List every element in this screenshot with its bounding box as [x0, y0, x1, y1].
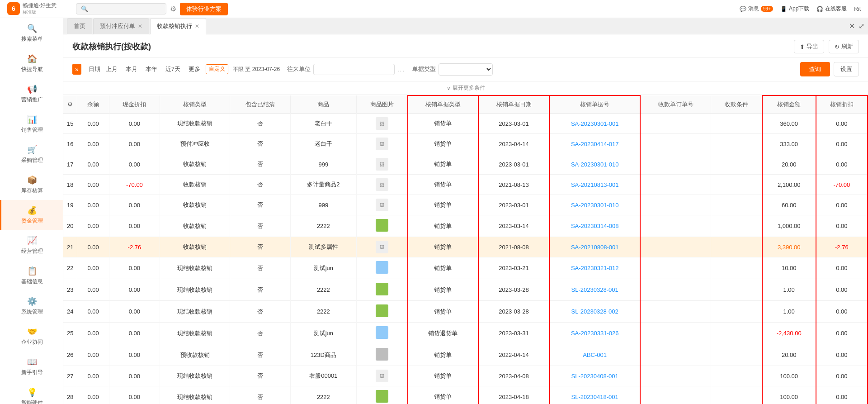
- industry-btn[interactable]: 体验行业方案: [180, 3, 228, 15]
- td-cancel-bill-no[interactable]: SA-20210808-001: [549, 237, 641, 257]
- td-cancel-amount: 333.00: [762, 134, 816, 154]
- sidebar-item-hardware[interactable]: 💡 智能硬件: [0, 382, 63, 404]
- td-include-settled: 否: [230, 175, 291, 195]
- td-cancel-bill-no[interactable]: SA-20230301-001: [549, 114, 641, 134]
- td-cancel-bill-no[interactable]: SA-20210813-001: [549, 175, 641, 195]
- table-row: 17 0.00 0.00 收款核销 否 999 🖼 销货单 2023-03-01…: [63, 154, 868, 175]
- td-cancel-bill-type: 销货单: [408, 215, 479, 237]
- sidebar-label-guide: 新手引导: [21, 369, 43, 376]
- date-opt-this-year[interactable]: 本年: [143, 64, 160, 74]
- settings-btn[interactable]: 设置: [834, 62, 859, 76]
- td-cancel-bill-date: 2023-03-21: [478, 257, 549, 279]
- sidebar-item-search[interactable]: 🔍 搜索菜单: [0, 18, 63, 48]
- table-header-row: ⚙ 余额 现金折扣 核销类型 包含已结清 商品 商品图片 核销单据类型 核销单据…: [63, 95, 868, 114]
- sidebar-item-collab[interactable]: 🤝 企业协同: [0, 321, 63, 352]
- td-cancel-discount: 0.00: [816, 344, 868, 366]
- td-cash-discount: 0.00: [109, 215, 160, 237]
- td-cancel-bill-no[interactable]: SL-20230328-002: [549, 301, 641, 323]
- td-cancel-bill-no[interactable]: SL-20230418-001: [549, 386, 641, 404]
- td-cancel-bill-no[interactable]: SA-20230414-017: [549, 134, 641, 154]
- td-product: 2222: [291, 215, 357, 237]
- sidebar-item-marketing[interactable]: 📢 营销推广: [0, 79, 63, 109]
- td-cash-discount: 0.00: [109, 323, 160, 344]
- sidebar-item-management[interactable]: 📈 经营管理: [0, 230, 63, 261]
- sidebar-label-nav: 快捷导航: [21, 66, 43, 73]
- td-cancel-type: 预付冲应收: [160, 134, 230, 154]
- td-receipt-condition: [711, 279, 762, 301]
- td-product-img: 🖼: [356, 114, 407, 134]
- message-btn[interactable]: 💬 消息 99+: [740, 5, 773, 13]
- online-service-btn[interactable]: 🎧 在线客服: [816, 5, 847, 13]
- sidebar-item-guide[interactable]: 📖 新手引导: [0, 352, 63, 382]
- sidebar-item-system[interactable]: ⚙️ 系统管理: [0, 291, 63, 321]
- td-receipt-condition: [711, 114, 762, 134]
- td-cancel-bill-no[interactable]: SA-20230331-026: [549, 323, 641, 344]
- td-cancel-bill-no[interactable]: SA-20230321-012: [549, 257, 641, 279]
- date-opt-this-month[interactable]: 本月: [123, 64, 140, 74]
- td-cash-discount: 0.00: [109, 154, 160, 175]
- search-input[interactable]: [91, 6, 159, 12]
- tab-cancel-label: 收款核销执行: [157, 22, 192, 30]
- tab-home[interactable]: 首页: [67, 18, 92, 34]
- filter-collapse-btn[interactable]: »: [72, 64, 81, 75]
- tab-home-label: 首页: [74, 22, 85, 30]
- sidebar-item-basic[interactable]: 📋 基础信息: [0, 261, 63, 291]
- td-cancel-bill-no[interactable]: SA-20230301-010: [549, 195, 641, 215]
- td-cancel-type: 现结收款核销: [160, 257, 230, 279]
- th-include-settled: 包含已结清: [230, 95, 291, 114]
- sidebar-item-purchase[interactable]: 🛒 采购管理: [0, 139, 63, 170]
- td-cancel-bill-no[interactable]: SL-20230408-001: [549, 366, 641, 386]
- date-opt-custom[interactable]: 自定义: [206, 64, 228, 74]
- date-opt-more[interactable]: 更多: [186, 64, 203, 74]
- tab-cancel[interactable]: 收款核销执行 ✕: [150, 18, 206, 34]
- td-cash-discount: 0.00: [109, 257, 160, 279]
- tab-prepay-close[interactable]: ✕: [138, 23, 142, 29]
- td-include-settled: 否: [230, 237, 291, 257]
- td-cancel-type: 收款核销: [160, 175, 230, 195]
- user-name[interactable]: Rit: [854, 6, 861, 12]
- table-row: 28 0.00 0.00 现结收款核销 否 2222 销货单 2023-04-1…: [63, 386, 868, 404]
- td-cancel-bill-type: 销货单: [408, 386, 479, 404]
- sidebar-item-finance[interactable]: 💰 资金管理: [0, 200, 63, 230]
- sidebar-item-nav[interactable]: 🏠 快捷导航: [0, 48, 63, 79]
- td-cancel-amount: 3,390.00: [762, 237, 816, 257]
- td-cancel-type: 收款核销: [160, 237, 230, 257]
- sidebar-item-inventory[interactable]: 📦 库存核算: [0, 170, 63, 200]
- product-img: 🖼: [376, 370, 388, 382]
- query-btn[interactable]: 查询: [800, 62, 830, 76]
- tab-prepay[interactable]: 预付冲应付单 ✕: [93, 18, 149, 34]
- td-cash-discount: 0.00: [109, 366, 160, 386]
- td-cancel-bill-no[interactable]: SA-20230314-008: [549, 215, 641, 237]
- td-cancel-bill-no[interactable]: SL-20230328-001: [549, 279, 641, 301]
- td-receipt-condition: [711, 386, 762, 404]
- export-btn[interactable]: ⬆ 导出: [794, 40, 824, 53]
- gear-icon[interactable]: ⚙: [170, 5, 176, 13]
- td-balance: 0.00: [77, 114, 109, 134]
- tab-cancel-close[interactable]: ✕: [195, 23, 199, 29]
- page-header: 收款核销执行(按收款) ⬆ 导出 ↻ 刷新: [63, 34, 868, 57]
- td-cancel-bill-no[interactable]: SA-20230301-010: [549, 154, 641, 175]
- maximize-icon[interactable]: ⤢: [859, 22, 864, 30]
- td-cancel-discount: 0.00: [816, 154, 868, 175]
- refresh-btn[interactable]: ↻ 刷新: [829, 40, 859, 53]
- partner-input[interactable]: [313, 64, 395, 75]
- expand-more-btn[interactable]: ∨ 展开更多条件: [447, 84, 485, 92]
- headset-icon: 🎧: [816, 6, 823, 12]
- close-window-icon[interactable]: ✕: [849, 22, 855, 30]
- bill-type-select[interactable]: [439, 63, 493, 76]
- td-include-settled: 否: [230, 134, 291, 154]
- td-product-img: 🖼: [356, 366, 407, 386]
- sidebar-item-sales[interactable]: 📊 销售管理: [0, 109, 63, 139]
- chevron-down-icon: ∨: [447, 85, 451, 91]
- td-no: 21: [63, 237, 77, 257]
- td-include-settled: 否: [230, 215, 291, 237]
- td-receipt-condition: [711, 134, 762, 154]
- tab-bar: 首页 预付冲应付单 ✕ 收款核销执行 ✕ ✕ ⤢: [63, 18, 868, 34]
- td-product: 老白干: [291, 114, 357, 134]
- date-opt-last-month[interactable]: 上月: [103, 64, 120, 74]
- date-opt-7days[interactable]: 近7天: [163, 64, 183, 74]
- app-download-btn[interactable]: 📱 App下载: [780, 5, 809, 13]
- td-cancel-amount: 100.00: [762, 386, 816, 404]
- td-cancel-bill-no[interactable]: ABC-001: [549, 344, 641, 366]
- search-box[interactable]: 🔍: [76, 3, 166, 14]
